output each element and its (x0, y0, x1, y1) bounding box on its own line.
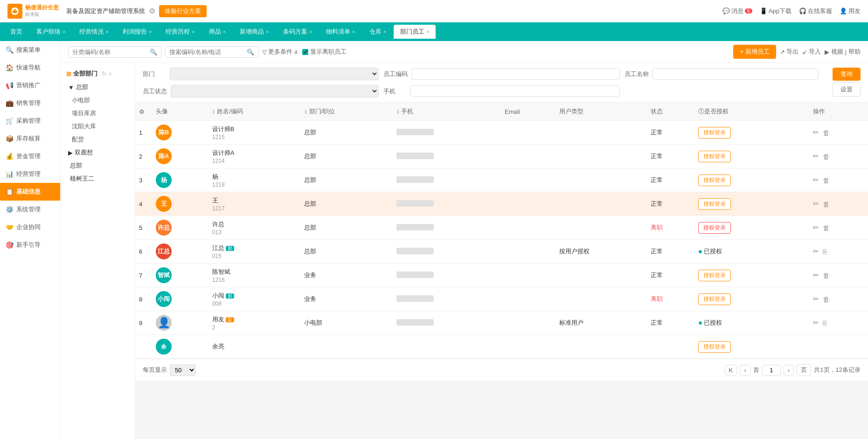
tab-new-goods[interactable]: 新增商品× (233, 25, 275, 39)
auth-btn[interactable]: 授权登录 (698, 127, 731, 139)
delete-icon[interactable]: 🗑 (823, 272, 830, 279)
dept-item-xiaodiandu[interactable]: 小电部 (61, 94, 135, 107)
sidebar-item-nav[interactable]: 🏠 快速导航 (0, 59, 60, 77)
close-icon[interactable]: × (352, 29, 355, 35)
empstatus-select[interactable] (171, 85, 379, 98)
auth-btn[interactable]: 授权登录 (698, 293, 731, 305)
sidebar-item-management[interactable]: 📊 经营管理 (0, 165, 60, 183)
auth-btn[interactable]: 授权登录 (698, 198, 731, 210)
auth-btn[interactable]: 授权登录 (698, 174, 731, 186)
message-btn[interactable]: 💬 消息 6 (722, 7, 752, 15)
auth-btn[interactable]: 授权登录 (698, 222, 731, 234)
edit-icon[interactable]: ✏ (813, 247, 819, 256)
delete-icon[interactable]: 🗑 (823, 200, 830, 208)
dept-group-zongbu[interactable]: 总部 (61, 159, 135, 172)
sidebar-item-purchase[interactable]: 🛒 采购管理 (0, 112, 60, 130)
online-service-btn[interactable]: 🎧 在线客服 (799, 7, 832, 15)
edit-icon[interactable]: ✏ (813, 295, 819, 303)
copy-icon[interactable]: ⎘ (823, 248, 827, 256)
collapse-dept-icon[interactable]: « (109, 70, 112, 77)
empname-input[interactable] (653, 68, 819, 80)
page-input[interactable] (762, 365, 781, 376)
edit-icon[interactable]: ✏ (813, 176, 819, 184)
close-icon[interactable]: × (223, 29, 226, 35)
close-icon[interactable]: × (266, 29, 269, 35)
empcode-input[interactable] (411, 68, 619, 80)
import-btn[interactable]: ↙ 导入 (802, 48, 821, 56)
delete-icon[interactable]: 🗑 (823, 153, 830, 160)
close-icon[interactable]: × (149, 29, 152, 35)
delete-icon[interactable]: 🗑 (823, 176, 830, 184)
auth-btn[interactable]: 授权登录 (698, 270, 731, 281)
tab-operation[interactable]: 经营情况× (73, 25, 115, 39)
settings-icon[interactable]: ⚙ (149, 7, 155, 15)
tab-warehouse[interactable]: 仓库× (363, 25, 393, 39)
page-size-select[interactable]: 50 100 (170, 364, 196, 376)
tab-home[interactable]: 首页 (4, 25, 29, 39)
sidebar-item-inventory[interactable]: 📦 库存核算 (0, 130, 60, 147)
employee-search-box[interactable]: 🔍 (165, 46, 258, 58)
close-icon[interactable]: × (309, 29, 312, 35)
edit-icon[interactable]: ✏ (813, 319, 819, 327)
close-icon[interactable]: × (426, 29, 429, 35)
dept-item-peihuo[interactable]: 配货 (61, 133, 135, 146)
app-download-btn[interactable]: 📱 App下载 (760, 7, 792, 15)
dept-select[interactable] (170, 68, 379, 80)
refresh-icon[interactable]: ↻ (101, 70, 106, 77)
col-name[interactable]: ↕ 姓名/编码 (208, 103, 301, 121)
filter-btn[interactable]: ▽ 更多条件 ∧ (262, 48, 299, 56)
auth-btn[interactable]: 授权登录 (698, 151, 731, 162)
trial-btn[interactable]: 体验行业方案 (159, 5, 207, 17)
delete-icon[interactable]: 🗑 (823, 224, 830, 232)
category-search-input[interactable] (72, 49, 148, 56)
close-icon[interactable]: × (192, 29, 194, 35)
close-icon[interactable]: × (105, 29, 108, 35)
auth-btn[interactable]: 授权登录 (698, 341, 731, 353)
edit-icon[interactable]: ✏ (813, 223, 819, 232)
copy-icon[interactable]: ⎘ (823, 319, 827, 327)
set-btn[interactable]: 设置 (833, 83, 861, 97)
show-resigned-checkbox[interactable]: 显示离职员工 (302, 48, 347, 56)
video-icon[interactable]: ▶ (825, 49, 829, 56)
edit-icon[interactable]: ✏ (813, 200, 819, 208)
category-search-box[interactable]: 🔍 (68, 46, 161, 58)
close-icon[interactable]: × (62, 29, 65, 35)
employee-search-input[interactable] (169, 49, 245, 56)
sidebar-item-sales[interactable]: 💼 销售管理 (0, 94, 60, 112)
tab-customer[interactable]: 客户联络× (30, 25, 72, 39)
delete-icon[interactable]: 🗑 (823, 295, 830, 303)
sidebar-item-collab[interactable]: 🤝 企业协同 (0, 218, 60, 236)
edit-icon[interactable]: ✏ (813, 128, 819, 137)
dept-group-shuangluxiang[interactable]: ▶ 双鹿想 (61, 146, 135, 159)
tab-goods[interactable]: 商品× (202, 25, 232, 39)
dept-group-zhishuwanger[interactable]: 植树王二 (61, 172, 135, 185)
edit-icon[interactable]: ✏ (813, 152, 819, 160)
show-resigned-input[interactable] (302, 49, 308, 55)
dept-group-head[interactable]: ▼ 总部 (61, 81, 135, 94)
export-btn[interactable]: ↗ 导出 (780, 48, 799, 56)
col-settings[interactable]: ⚙ (135, 103, 152, 121)
tab-barcode[interactable]: 条码方案× (277, 25, 319, 39)
last-page-btn[interactable]: 页 (797, 364, 811, 376)
sidebar-item-guide[interactable]: 🎯 新手引导 (0, 236, 60, 254)
dept-item-shenyang[interactable]: 沈阳大库 (61, 120, 135, 133)
tab-bom[interactable]: 物料清单× (319, 25, 361, 39)
col-dept[interactable]: ↕ 部门/职位 (300, 103, 393, 121)
close-icon[interactable]: × (383, 29, 386, 35)
sidebar-item-basic[interactable]: 📋 基础信息 (0, 183, 60, 201)
sidebar-item-marketing[interactable]: 📢 营销推广 (0, 77, 60, 94)
help-label[interactable]: 帮助 (848, 48, 861, 56)
user-btn[interactable]: 👤 用友 (840, 7, 861, 15)
dept-all-header[interactable]: ⊞ 全部部门 ↻ « (61, 67, 135, 81)
tab-history[interactable]: 经营历程× (159, 25, 201, 39)
edit-icon[interactable]: ✏ (813, 271, 819, 279)
sidebar-item-finance[interactable]: 💰 资金管理 (0, 147, 60, 165)
add-employee-btn[interactable]: + 新增员工 (733, 45, 776, 59)
delete-icon[interactable]: 🗑 (823, 129, 830, 137)
first-page-btn[interactable]: K (725, 365, 737, 376)
query-btn[interactable]: 查询 (833, 68, 861, 81)
prev-page-btn[interactable]: ‹ (740, 365, 750, 376)
sidebar-item-system[interactable]: ⚙️ 系统管理 (0, 201, 60, 218)
dept-item-projectroom[interactable]: 项目库房 (61, 107, 135, 120)
next-page-btn[interactable]: › (784, 365, 794, 376)
